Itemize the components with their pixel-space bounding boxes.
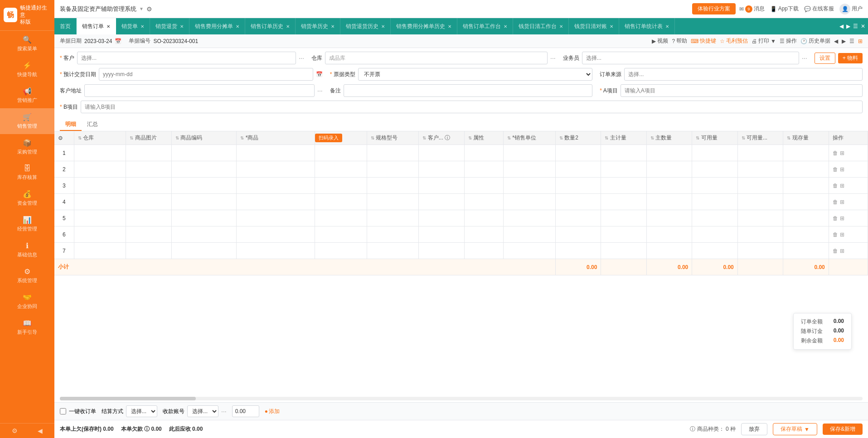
tab-sales-workbench[interactable]: 销售订单工作台 ✕ — [457, 18, 513, 34]
view-btn[interactable]: ▶ 视频 — [652, 37, 668, 45]
grid-view-icon[interactable]: ⊞ — [858, 38, 863, 44]
remark-input[interactable] — [344, 84, 593, 97]
sidebar-item-purchase[interactable]: 📦 采购管理 — [0, 134, 54, 160]
sidebar-item-guide[interactable]: 📖 新手引导 — [0, 314, 54, 340]
tab-invoice-history[interactable]: 销货单历史 ✕ — [296, 18, 340, 34]
row-2-main-unit[interactable] — [601, 161, 646, 178]
sidebar-item-shortcut[interactable]: ⚡ 快捷导航 — [0, 57, 54, 82]
bank-account-select[interactable]: 选择... — [187, 405, 218, 417]
tab-sales-stat-close[interactable]: ✕ — [665, 24, 669, 29]
app-download-btn[interactable]: 📱 App下载 — [770, 5, 799, 13]
one-click-order-checkbox[interactable] — [60, 408, 66, 414]
industry-btn[interactable]: 体验行业方案 — [692, 3, 736, 14]
row-2-available2[interactable] — [737, 161, 783, 178]
tab-invoice-history-close[interactable]: ✕ — [331, 24, 335, 29]
row-2-spec[interactable] — [367, 161, 419, 178]
bank-more-icon[interactable]: ··· — [221, 408, 227, 415]
col-stock[interactable]: ⇅ 现存量 — [783, 131, 829, 145]
date-picker-icon[interactable]: 📅 — [115, 38, 121, 44]
tab-expense-history-close[interactable]: ✕ — [448, 24, 451, 29]
message-btn[interactable]: ✉ 9 消息 — [739, 5, 765, 13]
scrollbar-track[interactable] — [60, 397, 863, 400]
row-3-delete-icon[interactable]: 🗑 — [833, 183, 838, 189]
tab-sales-invoice[interactable]: 销货单 ✕ — [116, 18, 150, 34]
tab-return-history-close[interactable]: ✕ — [381, 24, 385, 29]
tab-close-all-icon[interactable]: ✕ — [860, 22, 866, 30]
sidebar-item-system[interactable]: ⚙ 系统管理 — [0, 263, 54, 289]
tab-sales-history-close[interactable]: ✕ — [286, 24, 290, 29]
row-6-copy-icon[interactable]: ⊞ — [840, 231, 844, 238]
row-1-product[interactable] — [237, 145, 315, 161]
history-btn[interactable]: 🕐 历史单据 — [800, 37, 830, 45]
user-btn[interactable]: 👤 用户 — [839, 4, 863, 14]
col-warehouse[interactable]: ⇅ 仓库 — [74, 131, 126, 145]
row-1-unit[interactable] — [504, 145, 556, 161]
tab-cash-reconcile-close[interactable]: ✕ — [610, 24, 613, 29]
col-available2[interactable]: ⇅ 可用量... — [737, 131, 783, 145]
add-payment-btn[interactable]: ● 添加 — [265, 408, 280, 415]
salesman-input[interactable] — [582, 52, 799, 64]
amount-input[interactable] — [232, 405, 259, 417]
warehouse-more-icon[interactable]: ··· — [550, 54, 556, 62]
col-spec[interactable]: ⇅ 规格型号 — [367, 131, 419, 145]
operate-btn[interactable]: ☰ 操作 — [780, 37, 797, 45]
sidebar-settings-icon[interactable]: ⚙ — [12, 427, 18, 434]
sidebar-item-inventory[interactable]: 🗄 库存核算 — [0, 160, 54, 185]
scrollbar-thumb[interactable] — [60, 397, 196, 400]
profit-btn[interactable]: ☆ 毛利预估 — [720, 37, 748, 45]
row-2-available[interactable] — [692, 161, 737, 178]
row-1-spec[interactable] — [367, 145, 419, 161]
salesman-more-icon[interactable]: ··· — [802, 54, 807, 62]
row-1-copy-icon[interactable]: ⊞ — [840, 150, 844, 156]
add-material-btn[interactable]: + 物料 — [838, 53, 863, 63]
col-attribute[interactable]: ⇅ 属性 — [464, 131, 503, 145]
save-draft-btn[interactable]: 保存草稿 ▼ — [773, 423, 817, 435]
online-service-btn[interactable]: 💬 在线客服 — [804, 5, 834, 13]
tab-sales-history[interactable]: 销售订单历史 ✕ — [245, 18, 296, 34]
sidebar-item-sales[interactable]: 🛒 销售管理 — [0, 108, 54, 134]
row-1-customer-code[interactable] — [419, 145, 464, 161]
tab-return-history[interactable]: 销货退货历史 ✕ — [340, 18, 391, 34]
warehouse-input[interactable] — [325, 52, 548, 64]
row-4-copy-icon[interactable]: ⊞ — [840, 199, 844, 205]
customer-more-icon[interactable]: ··· — [299, 54, 304, 62]
tab-sales-return-close[interactable]: ✕ — [180, 24, 184, 29]
row-1-qty2[interactable] — [555, 145, 601, 161]
address-more-icon[interactable]: ··· — [317, 87, 323, 94]
list-view-icon[interactable]: ☰ — [849, 38, 854, 44]
print-btn[interactable]: 🖨 打印 ▼ — [752, 37, 776, 45]
row-2-warehouse[interactable] — [74, 161, 126, 178]
scan-btn[interactable]: 扫码录入 — [315, 134, 342, 142]
col-unit[interactable]: ⇅ *销售单位 — [504, 131, 556, 145]
col-product-code[interactable]: ⇅ 商品编码 — [171, 131, 237, 145]
sidebar-item-search[interactable]: 🔍 搜索菜单 — [0, 31, 54, 57]
col-product[interactable]: ⇅ *商品 — [237, 131, 315, 145]
row-7-copy-icon[interactable]: ⊞ — [840, 248, 844, 254]
tab-sales-stat[interactable]: 销售订单统计表 ✕ — [619, 18, 675, 34]
row-1-code[interactable] — [171, 145, 237, 161]
row-2-unit[interactable] — [504, 161, 556, 178]
payment-method-select[interactable]: 选择... — [126, 405, 157, 417]
row-4-delete-icon[interactable]: 🗑 — [833, 199, 838, 205]
row-2-code[interactable] — [171, 161, 237, 178]
tab-sales-order[interactable]: 销售订单 ✕ — [77, 18, 116, 34]
nav-next-btn[interactable]: ▶ — [842, 38, 846, 44]
shortcut-btn[interactable]: ⌨ 快捷键 — [691, 37, 716, 45]
row-1-main-qty[interactable] — [646, 145, 692, 161]
row-2-stock[interactable] — [783, 161, 829, 178]
row-2-customer-code[interactable] — [419, 161, 464, 178]
row-2-attribute[interactable] — [464, 161, 503, 178]
sidebar-item-operations[interactable]: 📊 经营管理 — [0, 211, 54, 237]
sidebar-item-enterprise[interactable]: 🤝 企业协同 — [0, 289, 54, 314]
tab-prev-icon[interactable]: ◀ — [839, 22, 844, 30]
sidebar-item-basic[interactable]: ℹ 基础信息 — [0, 237, 54, 263]
row-2-qty2[interactable] — [555, 161, 601, 178]
row-2-product[interactable] — [237, 161, 315, 178]
col-settings[interactable]: ⚙ — [54, 131, 74, 145]
tab-cash-reconcile[interactable]: 钱货日清对账 ✕ — [569, 18, 619, 34]
tab-expense-history[interactable]: 销售费用分摊单历史 ✕ — [391, 18, 457, 34]
row-1-available2[interactable] — [737, 145, 783, 161]
row-1-attribute[interactable] — [464, 145, 503, 161]
row-2-main-qty[interactable] — [646, 161, 692, 178]
sidebar-collapse-icon[interactable]: ◀ — [38, 427, 43, 434]
